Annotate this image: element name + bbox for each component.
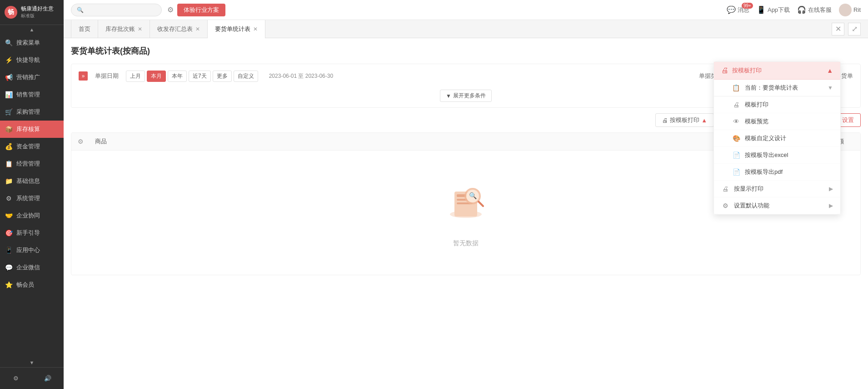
- member-icon: ⭐: [5, 281, 13, 288]
- topbar-middle: ⚙ 体验行业方案: [167, 4, 225, 16]
- sidebar-item-label: 经营管理: [16, 160, 40, 168]
- bottom-settings[interactable]: ⚙: [0, 371, 32, 385]
- dropdown-item-print[interactable]: 🖨 模板打印: [714, 96, 840, 113]
- dropdown-current-item[interactable]: 📋 当前：要货单统计表 ▼: [714, 80, 840, 96]
- empty-text: 暂无数据: [453, 239, 479, 248]
- date-btn-more[interactable]: 更多: [213, 71, 232, 82]
- app-download-action[interactable]: 📱 App下载: [757, 5, 790, 14]
- tab-receipt[interactable]: 收发存汇总表 ✕: [150, 20, 208, 38]
- date-btn-current-month[interactable]: 本月: [147, 71, 166, 82]
- tab-home-label: 首页: [79, 25, 90, 33]
- print-icon: 🖨: [662, 117, 668, 124]
- sidebar-item-label: 企业微信: [16, 263, 40, 272]
- settings-icon: ⚙: [13, 375, 19, 382]
- dropdown-item-design[interactable]: 🎨 模板自定义设计: [714, 130, 840, 147]
- app-icon: 📱: [757, 5, 766, 14]
- sidebar-item-system[interactable]: ⚙ 系统管理: [0, 190, 64, 207]
- svg-text:🔍: 🔍: [469, 192, 477, 200]
- topbar-gear-icon[interactable]: ⚙: [167, 5, 174, 14]
- tab-order[interactable]: 要货单统计表 ✕: [208, 20, 265, 38]
- sidebar: 畅 畅康通好生意 标准版 ▲ 🔍 搜索菜单 ⚡ 快捷导航 📢 营销推广 📊 销售…: [0, 0, 64, 389]
- quicknav-icon: ⚡: [5, 56, 13, 64]
- set-default-icon: ⚙: [721, 202, 729, 209]
- sidebar-item-guide[interactable]: 🎯 新手引导: [0, 224, 64, 242]
- tab-batch-close[interactable]: ✕: [138, 26, 142, 32]
- sidebar-item-member[interactable]: ⭐ 畅会员: [0, 276, 64, 293]
- sales-icon: 📊: [5, 91, 13, 98]
- print-button[interactable]: 🖨 按模板打印 ▲: [655, 113, 714, 127]
- expand-more-button[interactable]: ▼ 展开更多条件: [440, 90, 492, 102]
- dropdown-item-preview[interactable]: 👁 模板预览: [714, 113, 840, 130]
- dropdown-display-print[interactable]: 🖨 按显示打印 ▶: [714, 181, 840, 197]
- dropdown-set-default[interactable]: ⚙ 设置默认功能 ▶: [714, 197, 840, 214]
- sidebar-item-business[interactable]: 📋 经营管理: [0, 155, 64, 172]
- tab-batch[interactable]: 库存批次账 ✕: [98, 20, 150, 38]
- sidebar-logo: 畅 畅康通好生意 标准版: [0, 0, 64, 25]
- sidebar-item-quicknav[interactable]: ⚡ 快捷导航: [0, 51, 64, 69]
- dropdown-current-label: 当前：要货单统计表: [745, 84, 798, 92]
- item-print-icon: 🖨: [732, 101, 740, 108]
- scroll-up-arrow[interactable]: ▲: [30, 27, 35, 32]
- sidebar-item-label: 企业协同: [16, 212, 40, 220]
- tab-receipt-close[interactable]: ✕: [195, 26, 200, 32]
- sidebar-item-label: 基础信息: [16, 177, 40, 185]
- sidebar-item-search[interactable]: 🔍 搜索菜单: [0, 34, 64, 51]
- sidebar-bottom: ⚙ 🔊: [0, 367, 64, 389]
- tab-order-close[interactable]: ✕: [253, 26, 258, 32]
- dropdown-item-print-label: 模板打印: [745, 101, 768, 109]
- sidebar-item-label: 资金管理: [16, 142, 40, 151]
- col-settings[interactable]: ⚙: [71, 133, 90, 150]
- sidebar-item-marketing[interactable]: 📢 营销推广: [0, 69, 64, 86]
- sidebar-item-basic[interactable]: 📁 基础信息: [0, 172, 64, 190]
- dropdown-print-icon: 🖨: [721, 66, 728, 75]
- date-btn-current-year[interactable]: 本年: [168, 71, 187, 82]
- maximize-window-button[interactable]: ⤢: [848, 23, 861, 35]
- dropdown-item-pdf[interactable]: 📄 按模板导出pdf: [714, 164, 840, 181]
- sidebar-item-label: 畅会员: [16, 281, 34, 289]
- volume-icon: 🔊: [44, 375, 51, 382]
- sidebar-item-sales[interactable]: 📊 销售管理: [0, 86, 64, 103]
- date-btn-custom[interactable]: 自定义: [234, 71, 258, 82]
- message-badge: 99+: [742, 3, 753, 9]
- dropdown-item-design-label: 模板自定义设计: [745, 134, 786, 142]
- col-settings-icon[interactable]: ⚙: [78, 138, 84, 145]
- industry-button[interactable]: 体验行业方案: [177, 4, 225, 16]
- date-btn-last7days[interactable]: 近7天: [189, 71, 211, 82]
- sidebar-item-purchase[interactable]: 🛒 采购管理: [0, 103, 64, 121]
- finance-icon: 💰: [5, 143, 13, 150]
- col-product: 商品: [90, 133, 715, 150]
- sidebar-item-label: 库存核算: [16, 125, 40, 133]
- sidebar-item-label: 营销推广: [16, 73, 40, 81]
- display-print-label: 按显示打印: [734, 185, 763, 193]
- display-print-arrow: ▶: [829, 186, 833, 192]
- dropdown-item-excel[interactable]: 📄 按模板导出excel: [714, 147, 840, 164]
- app-name: 畅康通好生意: [21, 5, 54, 13]
- sidebar-item-inventory[interactable]: 📦 库存核算: [0, 121, 64, 138]
- item-pdf-icon: 📄: [732, 168, 740, 176]
- inventory-icon: 📦: [5, 126, 13, 133]
- message-action[interactable]: 💬 消息 99+: [727, 5, 749, 14]
- filter-expand-icon[interactable]: »: [79, 71, 88, 81]
- dropdown-header[interactable]: 🖨 按模板打印 ▲: [714, 62, 840, 80]
- scroll-down-arrow[interactable]: ▼: [30, 360, 35, 365]
- sidebar-item-appstore[interactable]: 📱 应用中心: [0, 242, 64, 259]
- set-default-label: 设置默认功能: [734, 202, 769, 210]
- bottom-volume[interactable]: 🔊: [32, 371, 64, 385]
- tab-receipt-label: 收发存汇总表: [157, 25, 193, 33]
- sidebar-item-collab[interactable]: 🤝 企业协同: [0, 207, 64, 224]
- collab-icon: 🤝: [5, 212, 13, 219]
- date-btn-prev-month[interactable]: 上月: [126, 71, 145, 82]
- online-service-action[interactable]: 🎧 在线客服: [797, 5, 832, 14]
- search-icon: 🔍: [5, 39, 13, 46]
- sidebar-item-wechat[interactable]: 💬 企业微信: [0, 259, 64, 276]
- user-action[interactable]: Rit: [839, 4, 861, 16]
- topbar-search-box[interactable]: 🔍: [71, 4, 162, 16]
- dropdown-header-left: 🖨 按模板打印: [721, 66, 762, 75]
- dropdown-collapse-icon[interactable]: ▲: [827, 67, 833, 74]
- close-window-button[interactable]: ✕: [832, 23, 844, 35]
- sidebar-item-finance[interactable]: 💰 资金管理: [0, 138, 64, 155]
- sidebar-item-label: 销售管理: [16, 91, 40, 99]
- sidebar-item-label: 系统管理: [16, 194, 40, 202]
- tab-home[interactable]: 首页: [71, 20, 98, 38]
- basic-icon: 📁: [5, 177, 13, 185]
